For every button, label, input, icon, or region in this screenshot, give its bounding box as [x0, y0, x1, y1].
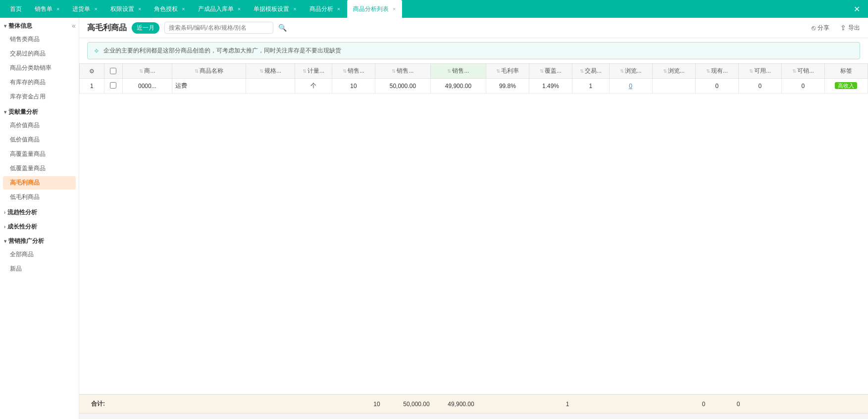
sidebar-item-category-rate[interactable]: 商品分类助销率 [0, 61, 79, 75]
growth-group-arrow: › [4, 224, 5, 230]
col-header-spec[interactable]: ⇅ 规格... [246, 64, 295, 79]
sort-icon-stock: ⇅ [706, 68, 710, 74]
nav-sales-order-label: 销售单 [35, 5, 52, 13]
sidebar-group-overall[interactable]: ▾ 整体信息 [0, 18, 79, 32]
col-header-unit[interactable]: ⇅ 计量... [295, 64, 332, 79]
nav-home[interactable]: 首页 [4, 0, 28, 18]
nav-sales-order-close[interactable]: × [56, 6, 59, 12]
col-grate-label: 毛利率 [501, 67, 519, 75]
window-close-button[interactable]: ✕ [850, 4, 864, 14]
sidebar-item-stock-goods[interactable]: 有库存的商品 [0, 75, 79, 90]
footer-sales-amt: 50,000.00 [394, 401, 439, 408]
sidebar-item-traded-goods[interactable]: 交易过的商品 [0, 47, 79, 61]
cell-seq: 1 [80, 79, 104, 93]
nav-product-close[interactable]: × [238, 6, 241, 12]
page-title: 高毛利商品 [87, 23, 127, 33]
nav-analysis-list-label: 商品分析列表 [353, 5, 389, 13]
col-header-stock[interactable]: ⇅ 现有... [695, 64, 738, 79]
cell-check[interactable] [104, 79, 122, 93]
col-header-browse1[interactable]: ⇅ 浏览... [609, 64, 652, 79]
nav-template-label: 单据模板设置 [254, 5, 289, 13]
sidebar-item-high-coverage[interactable]: 高覆盖量商品 [0, 147, 79, 161]
nav-role-auth[interactable]: 角色授权 × [148, 0, 191, 18]
nav-permission-settings[interactable]: 权限设置 × [104, 0, 147, 18]
nav-product-analysis-list[interactable]: 商品分析列表 × [347, 0, 402, 18]
sidebar-group-trend[interactable]: › 流趋性分析 [0, 204, 79, 219]
cell-sales-profit: 49,900.00 [430, 79, 486, 93]
share-button[interactable]: ⎋ 分享 [812, 24, 829, 32]
nav-product-inbound[interactable]: 产成品入库单 × [192, 0, 247, 18]
col-sqty-label: 销售... [348, 67, 364, 75]
col-header-check[interactable] [104, 64, 122, 79]
sidebar-item-all-goods[interactable]: 全部商品 [0, 247, 79, 262]
settings-icon[interactable]: ⚙ [89, 68, 95, 75]
browse1-link[interactable]: 0 [629, 83, 632, 90]
nav-permission-close[interactable]: × [138, 6, 141, 12]
overall-group-arrow: ▾ [4, 23, 6, 29]
sort-icon-grate: ⇅ [496, 68, 500, 74]
col-header-sales-profit[interactable]: ⇅ 销售... [430, 64, 486, 79]
filter-month-button[interactable]: 近一月 [132, 22, 159, 34]
col-header-cover[interactable]: ⇅ 覆盖... [529, 64, 572, 79]
cell-avail: 0 [738, 79, 781, 93]
sidebar-group-growth[interactable]: › 成长性分析 [0, 219, 79, 233]
col-header-name[interactable]: ⇅ 商品名称 [172, 64, 246, 79]
sidebar-item-high-value[interactable]: 高价值商品 [0, 118, 79, 133]
nav-analysis-list-close[interactable]: × [393, 6, 396, 12]
cell-browse1[interactable]: 0 [609, 79, 652, 93]
col-header-sales-qty[interactable]: ⇅ 销售... [332, 64, 375, 79]
col-header-tag[interactable]: 标签 [824, 64, 868, 79]
search-input[interactable] [164, 22, 273, 34]
sidebar-item-low-margin[interactable]: 低毛利商品 [0, 190, 79, 204]
nav-purchase-order[interactable]: 进货单 × [66, 0, 103, 18]
sidebar-item-high-margin[interactable]: 高毛利商品 [3, 176, 76, 189]
cell-sales-amt: 50,000.00 [375, 79, 431, 93]
col-header-browse2[interactable]: ⇅ 浏览... [652, 64, 695, 79]
sidebar-item-stock-capital[interactable]: 库存资金占用 [0, 90, 79, 104]
sidebar-item-low-value[interactable]: 低价值商品 [0, 133, 79, 147]
nav-role-close[interactable]: × [182, 6, 185, 12]
nav-purchase-close[interactable]: × [94, 6, 97, 12]
sort-icon-sqty: ⇅ [343, 68, 347, 74]
nav-role-label: 角色授权 [154, 5, 178, 13]
cell-code: 0000... [123, 79, 172, 93]
sidebar-item-sales-goods[interactable]: 销售类商品 [0, 32, 79, 47]
search-button[interactable]: 🔍 [278, 24, 287, 32]
table-row: 1 0000... 运费 个 10 50,000.00 49,900.00 99… [80, 79, 868, 93]
table-container[interactable]: ⚙ ⇅ 商... ⇅ [79, 63, 868, 394]
col-b2-label: 浏览... [668, 67, 685, 75]
col-header-sales-amt[interactable]: ⇅ 销售... [375, 64, 431, 79]
nav-analysis-close[interactable]: × [337, 6, 340, 12]
col-header-trade[interactable]: ⇅ 交易... [572, 64, 610, 79]
sidebar-group-contribution[interactable]: ▾ 贡献量分析 [0, 104, 79, 118]
overall-group-label: 整体信息 [8, 22, 32, 30]
select-all-checkbox[interactable] [110, 68, 116, 74]
nav-sales-order[interactable]: 销售单 × [29, 0, 65, 18]
nav-template-settings[interactable]: 单据模板设置 × [248, 0, 302, 18]
sort-icon-name: ⇅ [195, 68, 199, 74]
sidebar-item-new-goods[interactable]: 新品 [0, 262, 79, 276]
export-button[interactable]: ⇪ 导出 [840, 24, 860, 32]
growth-group-label: 成长性分析 [7, 223, 37, 231]
sort-icon-b1: ⇅ [620, 68, 624, 74]
nav-permission-label: 权限设置 [110, 5, 134, 13]
sort-icon-salable: ⇅ [792, 68, 796, 74]
col-header-avail[interactable]: ⇅ 可用... [738, 64, 781, 79]
col-header-gross-rate[interactable]: ⇅ 毛利率 [486, 64, 529, 79]
trend-group-arrow: › [4, 210, 5, 215]
row-checkbox[interactable] [110, 82, 116, 89]
sidebar-item-low-coverage[interactable]: 低覆盖量商品 [0, 161, 79, 176]
main-layout: « ▾ 整体信息 销售类商品 交易过的商品 商品分类助销率 有库存的商品 库存资… [0, 18, 868, 419]
nav-template-close[interactable]: × [293, 6, 296, 12]
nav-product-analysis[interactable]: 商品分析 × [304, 0, 346, 18]
col-samt-label: 销售... [397, 67, 413, 75]
content-area: 高毛利商品 近一月 🔍 ⎋ 分享 ⇪ 导出 ✧ 企业的主要的利润都是这部分商品创… [79, 18, 868, 419]
col-header-code[interactable]: ⇅ 商... [123, 64, 172, 79]
sidebar-group-marketing[interactable]: ▾ 营销推广分析 [0, 233, 79, 247]
col-header-salable[interactable]: ⇅ 可销... [781, 64, 824, 79]
bottom-scrollbar[interactable] [79, 413, 868, 419]
export-icon: ⇪ [840, 24, 846, 32]
cell-tag: 高收入 [824, 79, 868, 93]
sidebar-collapse-button[interactable]: « [72, 22, 76, 30]
share-label: 分享 [817, 24, 829, 32]
